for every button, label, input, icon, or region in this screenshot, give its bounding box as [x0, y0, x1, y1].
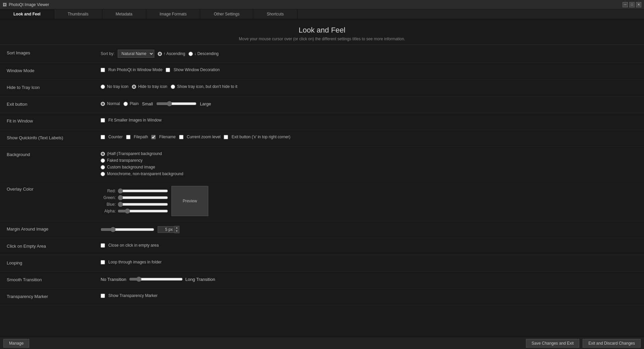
title-bar-left: 🖼 PhotoQt Image Viewer: [3, 2, 49, 7]
faked-transparency-label: Faked transparency: [107, 158, 143, 163]
red-slider[interactable]: [118, 188, 168, 194]
show-quickinfo-label: Show Quickinfo (Text Labels): [7, 135, 101, 140]
title-bar: 🖼 PhotoQt Image Viewer ─ □ ✕: [0, 0, 644, 9]
exit-button-label: Exit button: [7, 101, 101, 107]
settings-area: Sort Images Sort by: Natural Name File N…: [0, 45, 644, 334]
green-slider[interactable]: [118, 195, 168, 200]
show-transparency-marker-checkbox[interactable]: [101, 294, 105, 298]
window-mode-label: Window Mode: [7, 67, 101, 73]
alpha-label: Alpha:: [101, 209, 116, 213]
title-bar-controls: ─ □ ✕: [623, 2, 641, 7]
no-tray-radio[interactable]: [101, 85, 105, 89]
show-dont-hide-radio[interactable]: [171, 85, 175, 89]
minimize-button[interactable]: ─: [623, 2, 628, 7]
loop-folder-checkbox[interactable]: [101, 260, 105, 264]
ascending-radio-input[interactable]: [158, 52, 162, 56]
custom-background-label: Custom background image: [107, 165, 155, 169]
normal-label: Normal: [107, 101, 120, 106]
exit-btn-label-checkbox[interactable]: [224, 135, 228, 139]
descending-radio-input[interactable]: [189, 52, 193, 56]
tab-thumbnails[interactable]: Thumbnails: [54, 9, 102, 19]
transparency-marker-row: Transparency Marker Show Transparency Ma…: [0, 289, 644, 305]
page-title: Look and Feel: [0, 26, 644, 35]
tab-shortcuts[interactable]: Shortcuts: [253, 9, 298, 19]
filename-checkbox[interactable]: [151, 135, 156, 139]
plain-radio[interactable]: [123, 102, 128, 106]
tab-look-and-feel[interactable]: Look and Feel: [0, 9, 54, 19]
smooth-transition-slider[interactable]: [129, 277, 183, 282]
red-row: Red:: [101, 188, 168, 194]
window-mode-controls: Run PhotoQt in Window Mode Show Window D…: [101, 67, 637, 72]
margin-around-image-controls: ▲ ▼: [101, 226, 637, 233]
plain-label: Plain: [130, 101, 139, 106]
click-on-empty-area-controls: Close on click in empty area: [101, 243, 637, 248]
faked-transparency-radio[interactable]: [101, 158, 105, 163]
red-label: Red:: [101, 189, 116, 193]
manage-button[interactable]: Manage: [3, 339, 29, 348]
run-window-mode-label: Run PhotoQt in Window Mode: [108, 67, 162, 72]
save-changes-button[interactable]: Save Changes and Exit: [526, 339, 579, 348]
click-on-empty-area-label: Click on Empty Area: [7, 243, 101, 249]
hide-tray-radio-group: Hide to tray icon: [132, 84, 167, 89]
filepath-checkbox[interactable]: [126, 135, 130, 139]
margin-slider[interactable]: [101, 227, 154, 232]
monochrome-radio[interactable]: [101, 172, 105, 176]
long-transition-label: Long Transition: [185, 277, 215, 282]
background-radio-group: (Half-)Transparent background Faked tran…: [101, 151, 183, 176]
hide-to-tray-controls: No tray icon Hide to tray icon Show tray…: [101, 84, 637, 89]
smooth-transition-row: Smooth Transition No Transition Long Tra…: [0, 272, 644, 289]
overlay-and-preview: Red: Green: Blue: Alpha:: [101, 186, 208, 216]
current-zoom-checkbox[interactable]: [179, 135, 183, 139]
exit-button-size-slider[interactable]: [156, 101, 197, 106]
half-transparent-radio[interactable]: [101, 152, 105, 156]
counter-checkbox[interactable]: [101, 135, 105, 139]
close-button[interactable]: ✕: [636, 2, 641, 7]
looping-controls: Loop through images in folder: [101, 260, 637, 264]
blue-slider[interactable]: [118, 202, 168, 207]
show-quickinfo-controls: Counter Filepath Filename Current zoom l…: [101, 135, 637, 139]
close-on-click-label: Close on click in empty area: [108, 243, 159, 248]
large-label: Large: [200, 101, 211, 106]
no-tray-label: No tray icon: [107, 84, 128, 89]
spinner-arrows: ▲ ▼: [174, 226, 179, 233]
counter-label: Counter: [108, 135, 123, 139]
normal-radio[interactable]: [101, 102, 105, 106]
fit-smaller-checkbox[interactable]: [101, 118, 105, 122]
hide-to-tray-row: Hide to Tray Icon No tray icon Hide to t…: [0, 80, 644, 96]
exit-discard-button[interactable]: Exit and Discard Changes: [583, 339, 641, 348]
exit-button-row: Exit button Normal Plain Small Large: [0, 96, 644, 113]
margin-spinner-input[interactable]: [158, 226, 174, 233]
tab-image-formats[interactable]: Image Formats: [146, 9, 201, 19]
green-label: Green:: [101, 195, 116, 200]
sort-by-label: Sort by:: [101, 51, 114, 56]
hide-tray-radio[interactable]: [132, 85, 136, 89]
sort-by-select[interactable]: Natural Name File Name File Size Date Mo…: [118, 50, 154, 58]
fit-smaller-label: Fit Smaller Images in Window: [108, 118, 162, 122]
run-window-mode-checkbox[interactable]: [101, 68, 105, 72]
sort-images-controls: Sort by: Natural Name File Name File Siz…: [101, 50, 637, 58]
sort-images-label: Sort Images: [7, 50, 101, 55]
tab-metadata[interactable]: Metadata: [102, 9, 146, 19]
transparency-marker-label: Transparency Marker: [7, 293, 101, 299]
blue-label: Blue:: [101, 202, 116, 207]
maximize-button[interactable]: □: [629, 2, 635, 7]
exit-btn-label-label: Exit button ('x' in top right corner): [231, 135, 290, 139]
tab-other-settings[interactable]: Other Settings: [200, 9, 253, 19]
app-icon: 🖼: [3, 2, 7, 7]
alpha-row: Alpha:: [101, 208, 168, 214]
show-window-decoration-label: Show Window Decoration: [173, 67, 219, 72]
overlay-sliders: Red: Green: Blue: Alpha:: [101, 188, 168, 214]
filepath-label: Filepath: [134, 135, 148, 139]
green-row: Green:: [101, 195, 168, 200]
tabs-bar: Look and Feel Thumbnails Metadata Image …: [0, 9, 644, 19]
custom-background-radio[interactable]: [101, 165, 105, 169]
alpha-slider[interactable]: [118, 208, 168, 214]
descending-radio: Descending: [189, 51, 219, 56]
background-label: Background: [7, 151, 101, 157]
spinner-down[interactable]: ▼: [174, 230, 179, 233]
close-on-click-checkbox[interactable]: [101, 243, 105, 248]
spinner-up[interactable]: ▲: [174, 226, 179, 230]
show-window-decoration-checkbox[interactable]: [166, 68, 170, 72]
preview-box: Preview: [171, 186, 208, 216]
fit-in-window-row: Fit in Window Fit Smaller Images in Wind…: [0, 113, 644, 130]
